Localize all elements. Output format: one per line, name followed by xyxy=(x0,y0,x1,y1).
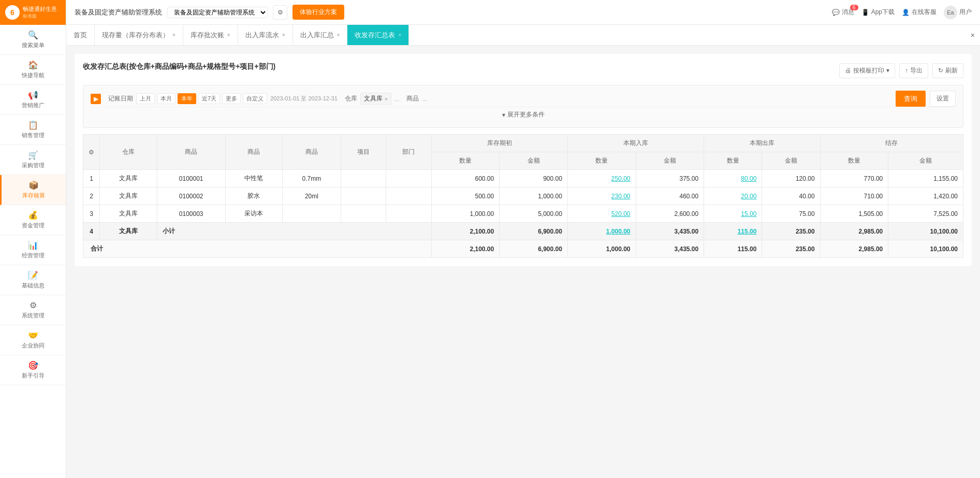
warehouse-more-button[interactable]: ... xyxy=(394,96,399,102)
tab-receive-summary[interactable]: 收发存汇总表 × xyxy=(347,25,409,46)
subtotal-label: 小计 xyxy=(157,223,431,240)
filter-toggle-button[interactable]: ▶ xyxy=(91,94,101,104)
row-out-qty[interactable]: 20.00 xyxy=(704,187,762,205)
row-open-qty: 1,000.00 xyxy=(431,205,500,223)
tab-inout-flow[interactable]: 出入库流水 × xyxy=(238,25,293,46)
row-out-qty[interactable]: 15.00 xyxy=(704,205,762,223)
row-out-amt: 40.00 xyxy=(762,187,820,205)
row-bal-qty: 710.00 xyxy=(820,187,888,205)
row-bal-amt: 1,155.00 xyxy=(888,170,963,187)
refresh-button[interactable]: ↻ 刷新 xyxy=(932,63,963,78)
col-group-open-header: 库存期初 xyxy=(431,135,567,152)
sidebar-item-business[interactable]: 📊 经营管理 xyxy=(0,235,66,265)
date-filter: 记账日期 上月 本月 本年 近7天 更多 自定义 2023-01-01 至 20… xyxy=(108,93,338,104)
settings-button[interactable]: 设置 xyxy=(930,91,956,107)
goods-more-button[interactable]: ... xyxy=(422,96,427,102)
row-out-amt: 75.00 xyxy=(762,205,820,223)
sidebar-item-label: 采购管理 xyxy=(22,162,45,169)
tab-bar-close-button[interactable]: × xyxy=(966,31,980,39)
date-btn-last-month[interactable]: 上月 xyxy=(136,93,155,104)
guide-icon: 🎯 xyxy=(28,360,38,370)
user-menu[interactable]: Ea 用户 xyxy=(944,6,972,19)
row-open-qty: 500.00 xyxy=(431,187,500,205)
tab-close-icon[interactable]: × xyxy=(398,32,401,38)
online-service-button[interactable]: 👤 在线客服 xyxy=(902,8,937,17)
sidebar-item-marketing[interactable]: 📢 营销推广 xyxy=(0,85,66,115)
expand-conditions-button[interactable]: ▾ 展开更多条件 xyxy=(91,107,956,122)
col-bal-amt-header: 金额 xyxy=(888,152,963,170)
row-no: 1 xyxy=(83,170,100,187)
row-code: 0100001 xyxy=(157,170,225,187)
subtotal-out-qty[interactable]: 115.00 xyxy=(704,223,762,240)
trial-button[interactable]: 体验行业方案 xyxy=(292,5,344,20)
query-button[interactable]: 查询 xyxy=(896,91,926,107)
tab-close-icon[interactable]: × xyxy=(227,32,230,38)
col-warehouse-header: 仓库 xyxy=(100,135,157,170)
header: 装备及固定资产辅助管理系统 装备及固定资产辅助管理系统 ⚙ 体验行业方案 💬 消… xyxy=(66,0,980,25)
table-row: 3 文具库 0100003 采访本 1,000.00 5,000.00 520.… xyxy=(83,205,963,223)
tab-inout-summary[interactable]: 出入库汇总 × xyxy=(293,25,348,46)
tab-label: 出入库汇总 xyxy=(300,31,334,40)
subtotal-in-qty[interactable]: 1,000.00 xyxy=(567,223,636,240)
date-btn-more[interactable]: 更多 xyxy=(222,93,241,104)
col-group-bal-header: 结存 xyxy=(820,135,963,152)
print-button[interactable]: 🖨 按模板打印 ▾ xyxy=(839,63,895,78)
main-content: 收发存汇总表(按仓库+商品编码+商品+规格型号+项目+部门) 🖨 按模板打印 ▾… xyxy=(66,46,980,478)
app-download-button[interactable]: 📱 App下载 xyxy=(861,8,895,17)
sidebar-item-sales[interactable]: 📋 销售管理 xyxy=(0,115,66,145)
row-warehouse: 文具库 xyxy=(100,170,157,187)
sidebar-item-purchase[interactable]: 🛒 采购管理 xyxy=(0,145,66,175)
date-btn-this-year[interactable]: 本年 xyxy=(178,93,196,104)
logo-icon: 6 xyxy=(5,5,20,20)
sidebar-item-quick-nav[interactable]: 🏠 快捷导航 xyxy=(0,55,66,85)
date-btn-this-month[interactable]: 本月 xyxy=(157,93,175,104)
subtotal-open-qty: 2,100.00 xyxy=(431,223,500,240)
row-out-qty[interactable]: 80.00 xyxy=(704,170,762,187)
export-button[interactable]: ↑ 导出 xyxy=(899,63,928,78)
tab-close-icon[interactable]: × xyxy=(282,32,285,38)
search-icon: 🔍 xyxy=(28,30,38,40)
total-out-amt: 235.00 xyxy=(762,240,820,258)
gear-button[interactable]: ⚙ xyxy=(273,5,287,20)
sidebar-item-finance[interactable]: 💰 资金管理 xyxy=(0,205,66,235)
tab-label: 库存批次账 xyxy=(191,31,224,40)
tab-batch[interactable]: 库存批次账 × xyxy=(183,25,238,46)
row-project xyxy=(341,170,386,187)
sidebar-item-search[interactable]: 🔍 搜索菜单 xyxy=(0,25,66,55)
sidebar-item-label: 经营管理 xyxy=(22,252,45,259)
sidebar-item-label: 资金管理 xyxy=(22,222,45,229)
total-open-amt: 6,900.00 xyxy=(500,240,568,258)
row-project xyxy=(341,187,386,205)
system-select[interactable]: 装备及固定资产辅助管理系统 xyxy=(167,7,268,18)
tab-label: 出入库流水 xyxy=(245,31,279,40)
sidebar-item-label: 快捷导航 xyxy=(22,71,45,79)
sidebar-item-system[interactable]: ⚙ 系统管理 xyxy=(0,295,66,325)
col-settings-header[interactable]: ⚙ xyxy=(83,135,100,170)
sidebar-item-inventory[interactable]: 📦 库存核算 xyxy=(0,175,66,205)
col-out-amt-header: 金额 xyxy=(762,152,820,170)
sidebar-item-label: 营销推广 xyxy=(22,102,45,109)
row-in-qty[interactable]: 250.00 xyxy=(567,170,636,187)
chevron-down-icon: ▾ xyxy=(886,67,889,74)
total-bal-qty: 2,985.00 xyxy=(820,240,888,258)
row-in-qty[interactable]: 520.00 xyxy=(567,205,636,223)
tab-home[interactable]: 首页 xyxy=(66,25,95,46)
tab-close-icon[interactable]: × xyxy=(172,32,175,38)
home-icon: 🏠 xyxy=(28,60,38,70)
row-name: 中性笔 xyxy=(225,170,283,187)
warehouse-tag-close[interactable]: × xyxy=(385,96,388,102)
sidebar-item-collab[interactable]: 🤝 企业协同 xyxy=(0,325,66,355)
row-in-qty[interactable]: 230.00 xyxy=(567,187,636,205)
sidebar-item-base-info[interactable]: 📝 基础信息 xyxy=(0,265,66,295)
row-code: 0100003 xyxy=(157,205,225,223)
goods-filter: 商品 ... xyxy=(406,94,427,103)
messages-button[interactable]: 💬 消息 6 xyxy=(832,8,854,17)
date-btn-custom[interactable]: 自定义 xyxy=(243,93,267,104)
total-open-qty: 2,100.00 xyxy=(431,240,500,258)
tab-close-icon[interactable]: × xyxy=(337,32,340,38)
row-open-qty: 600.00 xyxy=(431,170,500,187)
tab-inventory-dist[interactable]: 现存量（库存分布表） × xyxy=(95,25,183,46)
date-btn-7days[interactable]: 近7天 xyxy=(198,93,220,104)
goods-filter-label: 商品 xyxy=(406,94,419,103)
sidebar-item-guide[interactable]: 🎯 新手引导 xyxy=(0,355,66,385)
